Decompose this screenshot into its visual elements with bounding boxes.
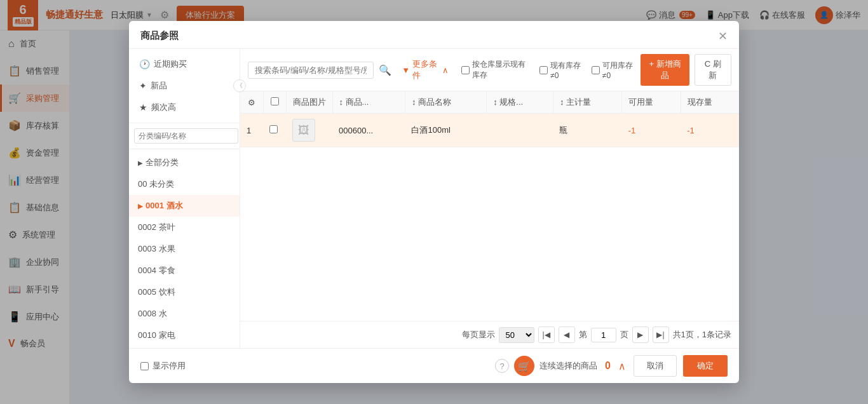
confirm-button[interactable]: 确定 (683, 355, 728, 377)
category-item-0003[interactable]: 0003 水果 (129, 238, 240, 260)
last-page-button[interactable]: ▶| (653, 327, 669, 343)
th-stock: 现存量 (681, 91, 739, 114)
page-size-select[interactable]: 10 20 50 100 (499, 327, 534, 343)
product-table-container: ⚙ 商品图片 ↕ 商品... ↕ 商品名称 ↕ 规格... ↕ 主计量 可用量 … (240, 91, 739, 321)
collapse-panel-button[interactable]: 《 (233, 79, 246, 92)
modal-title: 商品参照 (140, 30, 179, 42)
more-filter-button[interactable]: ▼ 更多条件 ∧ (397, 56, 454, 84)
new-icon: ✦ (139, 81, 147, 91)
selected-count: 0 (602, 360, 613, 372)
checkbox-warehouse-label: 按仓库显示现有库存 (472, 59, 532, 81)
checkbox-warehouse[interactable]: 按仓库显示现有库存 (461, 59, 532, 81)
category-item-0005[interactable]: 0005 饮料 (129, 281, 240, 303)
left-panel: 🕐 近期购买 ✦ 新品 ★ 频次高 《 (129, 49, 240, 348)
search-toolbar: 🔍 ▼ 更多条件 ∧ 按仓库显示现有库存 现有库存≠0 (240, 49, 739, 91)
table-row[interactable]: 1 🖼 000600... 白酒100ml 瓶 -1 -1 (240, 114, 739, 147)
table-header-row: ⚙ 商品图片 ↕ 商品... ↕ 商品名称 ↕ 规格... ↕ 主计量 可用量 … (240, 91, 739, 114)
th-available: 可用量 (622, 91, 681, 114)
checkbox-warehouse-input[interactable] (461, 66, 470, 74)
modal-header: 商品参照 ✕ (129, 21, 739, 49)
quick-link-frequent[interactable]: ★ 频次高 (134, 97, 234, 118)
show-disabled-checkbox[interactable] (140, 362, 149, 370)
th-unit: ↕ 主计量 (553, 91, 621, 114)
pagination-bar: 每页显示 10 20 50 100 |◀ ◀ 第 页 ▶ ▶| 共1页，1条记录 (240, 321, 739, 348)
category-item-0008[interactable]: 0008 水 (129, 303, 240, 325)
modal-close-button[interactable]: ✕ (718, 30, 728, 42)
first-page-button[interactable]: |◀ (538, 327, 555, 343)
category-item-00[interactable]: 00 未分类 (129, 173, 240, 195)
prev-page-button[interactable]: ◀ (559, 327, 575, 343)
footer-mid: ? 🛒 连续选择的商品 0 ∧ (495, 356, 626, 376)
product-table: ⚙ 商品图片 ↕ 商品... ↕ 商品名称 ↕ 规格... ↕ 主计量 可用量 … (240, 91, 739, 147)
page-label-2: 页 (620, 329, 628, 340)
checkbox-available[interactable]: 现有库存≠0 (539, 60, 584, 80)
th-name: ↕ 商品名称 (405, 91, 486, 114)
product-thumbnail: 🖼 (292, 119, 315, 142)
filter-arrow-icon: ∧ (442, 65, 449, 75)
quick-link-recent[interactable]: 🕐 近期购买 (134, 54, 234, 74)
category-label: 0003 水果 (138, 243, 175, 255)
modal-body: 🕐 近期购买 ✦ 新品 ★ 频次高 《 (129, 49, 739, 348)
category-label: 00 未分类 (138, 178, 174, 190)
category-item-0004[interactable]: 0004 零食 (129, 260, 240, 281)
category-item-0002[interactable]: 0002 茶叶 (129, 217, 240, 238)
arrow-icon: ▶ (138, 159, 143, 166)
category-item-0001[interactable]: ▶ 0001 酒水 (129, 195, 240, 217)
collapse-selection-icon[interactable]: ∧ (618, 360, 626, 372)
category-label: 全部分类 (146, 157, 179, 168)
toolbar-right: + 新增商品 C 刷新 (641, 54, 731, 86)
row-checkbox[interactable] (269, 125, 278, 133)
quick-link-new[interactable]: ✦ 新品 (134, 76, 234, 96)
product-search-input[interactable] (248, 62, 374, 79)
cart-icon[interactable]: 🛒 (514, 356, 534, 376)
th-settings: ⚙ (240, 91, 263, 114)
category-search-box: 🔍 (129, 123, 240, 149)
selected-text: 连续选择的商品 (539, 360, 597, 372)
quick-link-label: 频次高 (151, 102, 176, 113)
category-item-all[interactable]: ▶ 全部分类 (129, 152, 240, 173)
checkbox-usable[interactable]: 可用库存≠0 (592, 60, 636, 80)
category-item-0010[interactable]: 0010 家电 (129, 325, 240, 346)
page-size-label: 每页显示 (462, 329, 495, 340)
modal-footer: 显示停用 ? 🛒 连续选择的商品 0 ∧ 取消 确定 (129, 348, 739, 383)
refresh-button[interactable]: C 刷新 (695, 54, 731, 86)
frequent-icon: ★ (139, 102, 147, 112)
help-icon[interactable]: ? (495, 359, 509, 373)
row-code: 000600... (332, 114, 405, 147)
recent-icon: 🕐 (139, 59, 150, 69)
th-spec: ↕ 规格... (487, 91, 553, 114)
row-checkbox-cell[interactable] (263, 114, 286, 147)
th-code: ↕ 商品... (332, 91, 405, 114)
checkbox-available-label: 现有库存≠0 (550, 60, 584, 80)
row-num: 1 (240, 114, 263, 147)
cancel-button[interactable]: 取消 (634, 355, 677, 377)
row-spec (487, 114, 553, 147)
category-label: 0005 饮料 (138, 286, 175, 298)
add-product-button[interactable]: + 新增商品 (641, 54, 689, 86)
category-label: 0008 水 (138, 308, 167, 320)
category-label: 0004 零食 (138, 265, 175, 276)
row-image: 🖼 (286, 114, 332, 147)
product-reference-modal: 商品参照 ✕ 🕐 近期购买 ✦ 新品 (129, 21, 739, 383)
select-all-checkbox[interactable] (271, 97, 279, 105)
page-number-input[interactable] (591, 328, 616, 342)
filter-icon: ▼ (402, 65, 410, 75)
show-disabled-label: 显示停用 (153, 360, 186, 372)
category-label: 0002 茶叶 (138, 222, 175, 233)
row-name: 白酒100ml (405, 114, 486, 147)
checkbox-available-input[interactable] (539, 66, 548, 74)
row-stock: -1 (681, 114, 739, 147)
quick-link-label: 新品 (151, 80, 167, 91)
show-disabled-checkbox-label[interactable]: 显示停用 (140, 360, 186, 372)
row-unit: 瓶 (553, 114, 621, 147)
quick-link-label: 近期购买 (154, 58, 187, 70)
category-label: 0001 酒水 (146, 200, 183, 212)
category-search-input[interactable] (134, 128, 238, 144)
checkbox-usable-label: 可用库存≠0 (602, 60, 636, 80)
product-search-icon[interactable]: 🔍 (379, 64, 391, 76)
next-page-button[interactable]: ▶ (632, 327, 649, 343)
checkbox-usable-input[interactable] (592, 66, 600, 74)
footer-right: 取消 确定 (634, 355, 728, 377)
arrow-icon: ▶ (138, 203, 143, 210)
total-info: 共1页，1条记录 (673, 329, 731, 340)
